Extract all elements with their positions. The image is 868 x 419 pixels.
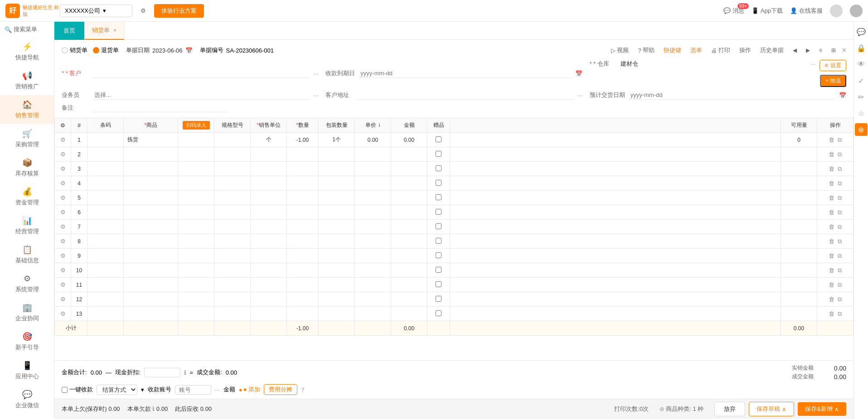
- row-gift[interactable]: [427, 263, 450, 278]
- add-button[interactable]: ● ● 添加: [239, 385, 260, 394]
- row-copy-icon[interactable]: ⧉: [838, 267, 842, 274]
- one-click-checkbox[interactable]: [62, 387, 68, 393]
- logistics-button[interactable]: + 物流: [820, 75, 846, 87]
- row-copy-icon[interactable]: ⧉: [838, 209, 842, 216]
- row-copy-icon[interactable]: ⧉: [838, 252, 842, 259]
- warehouse-dots[interactable]: ···: [811, 61, 816, 67]
- row-spec[interactable]: [214, 263, 251, 278]
- customer-dots[interactable]: ···: [313, 70, 318, 77]
- sidebar-item-operations[interactable]: 📊 经营管理: [0, 211, 54, 240]
- salesperson-input[interactable]: [92, 91, 310, 100]
- row-copy-icon[interactable]: ⧉: [838, 223, 842, 230]
- row-price[interactable]: [355, 307, 391, 321]
- layout-list-btn[interactable]: ≡: [816, 46, 825, 54]
- row-qty[interactable]: [287, 249, 319, 263]
- row-delete-icon[interactable]: 🗑: [829, 151, 834, 158]
- row-delete-icon[interactable]: 🗑: [829, 296, 834, 303]
- row-price[interactable]: [355, 162, 391, 176]
- one-click-payment-checkbox[interactable]: 一键收款: [62, 385, 93, 394]
- row-price[interactable]: [355, 147, 391, 162]
- row-qty[interactable]: [287, 205, 319, 220]
- sidebar-item-appstore[interactable]: 📱 应用中心: [0, 356, 54, 385]
- expected-date-input[interactable]: [629, 91, 835, 100]
- form-close-btn[interactable]: ×: [842, 46, 846, 54]
- row-barcode[interactable]: [87, 249, 124, 263]
- row-qty[interactable]: [287, 234, 319, 249]
- rs-eye-icon[interactable]: 👁: [855, 58, 868, 71]
- history-btn[interactable]: 历史单据: [757, 45, 786, 55]
- row-price[interactable]: [355, 263, 391, 278]
- row-settings[interactable]: ⚙: [55, 133, 71, 147]
- shortcut-btn[interactable]: 快捷键: [661, 45, 684, 55]
- video-btn[interactable]: ▷ 视频: [608, 45, 631, 55]
- row-copy-icon[interactable]: ⧉: [838, 165, 842, 172]
- row-qty[interactable]: [287, 191, 319, 205]
- row-barcode[interactable]: [87, 278, 124, 292]
- row-gift[interactable]: [427, 292, 450, 307]
- row-delete-icon[interactable]: 🗑: [829, 209, 834, 216]
- row-price[interactable]: 0.00: [355, 133, 391, 147]
- sidebar-item-quick-nav[interactable]: ⚡ 快捷导航: [0, 37, 54, 66]
- row-delete-icon[interactable]: 🗑: [829, 310, 834, 317]
- row-qty[interactable]: [287, 220, 319, 234]
- row-barcode[interactable]: [87, 263, 124, 278]
- row-spec[interactable]: [214, 147, 251, 162]
- sidebar-item-inventory[interactable]: 📦 库存核算: [0, 153, 54, 182]
- row-spec[interactable]: [214, 133, 251, 147]
- online-service-button[interactable]: 👤 在线客服: [790, 7, 823, 15]
- remarks-input[interactable]: [92, 103, 228, 112]
- row-gift[interactable]: [427, 278, 450, 292]
- setting-button[interactable]: ⊕ 设置: [820, 60, 846, 71]
- sidebar-search[interactable]: 🔍 搜索菜单: [0, 22, 54, 37]
- row-spec[interactable]: [214, 307, 251, 321]
- row-settings[interactable]: ⚙: [55, 191, 71, 205]
- row-gift[interactable]: [427, 205, 450, 220]
- salesperson-dots[interactable]: ···: [313, 92, 318, 99]
- sidebar-item-sales[interactable]: 🏠 销售管理: [0, 95, 54, 124]
- row-gift[interactable]: [427, 147, 450, 162]
- row-qty[interactable]: [287, 263, 319, 278]
- row-qty[interactable]: [287, 292, 319, 307]
- row-price[interactable]: [355, 191, 391, 205]
- account-dots[interactable]: ···: [215, 386, 220, 393]
- row-price[interactable]: [355, 220, 391, 234]
- row-qty[interactable]: [287, 147, 319, 162]
- row-copy-icon[interactable]: ⧉: [838, 296, 842, 303]
- fee-help-icon[interactable]: ?: [301, 386, 304, 393]
- experience-button[interactable]: 体验行业方案: [154, 4, 204, 18]
- row-gift[interactable]: [427, 191, 450, 205]
- row-price[interactable]: [355, 292, 391, 307]
- row-delete-icon[interactable]: 🗑: [829, 194, 834, 201]
- row-price[interactable]: [355, 278, 391, 292]
- row-spec[interactable]: [214, 292, 251, 307]
- message-button[interactable]: 💬 消息 99+: [723, 7, 744, 15]
- row-settings[interactable]: ⚙: [55, 176, 71, 191]
- tab-sales-order[interactable]: 销货单 ×: [85, 22, 124, 40]
- print-btn[interactable]: 🖨 打印: [708, 45, 733, 55]
- sidebar-item-finance[interactable]: 💰 资金管理: [0, 182, 54, 211]
- row-settings[interactable]: ⚙: [55, 220, 71, 234]
- row-qty[interactable]: [287, 162, 319, 176]
- row-qty[interactable]: -1.00: [287, 133, 319, 147]
- row-spec[interactable]: [214, 249, 251, 263]
- row-price[interactable]: [355, 205, 391, 220]
- row-barcode[interactable]: [87, 162, 124, 176]
- col-settings[interactable]: ⚙: [55, 118, 71, 133]
- row-delete-icon[interactable]: 🗑: [829, 238, 834, 245]
- select-btn[interactable]: 选单: [688, 45, 705, 55]
- help-btn[interactable]: ? 帮助: [635, 45, 657, 55]
- row-copy-icon[interactable]: ⧉: [838, 180, 842, 187]
- row-gift[interactable]: [427, 249, 450, 263]
- row-settings[interactable]: ⚙: [55, 278, 71, 292]
- row-settings[interactable]: ⚙: [55, 205, 71, 220]
- expected-calendar-icon[interactable]: 📅: [839, 92, 846, 99]
- row-gift[interactable]: [427, 307, 450, 321]
- row-barcode[interactable]: [87, 307, 124, 321]
- customer-input[interactable]: [92, 69, 310, 78]
- row-barcode[interactable]: [87, 205, 124, 220]
- next-page-btn[interactable]: ▶: [803, 46, 813, 54]
- calendar-icon[interactable]: 📅: [185, 47, 193, 54]
- rs-check-icon[interactable]: ✓: [855, 74, 868, 87]
- radio-return[interactable]: 退货单: [93, 46, 119, 54]
- row-delete-icon[interactable]: 🗑: [829, 223, 834, 230]
